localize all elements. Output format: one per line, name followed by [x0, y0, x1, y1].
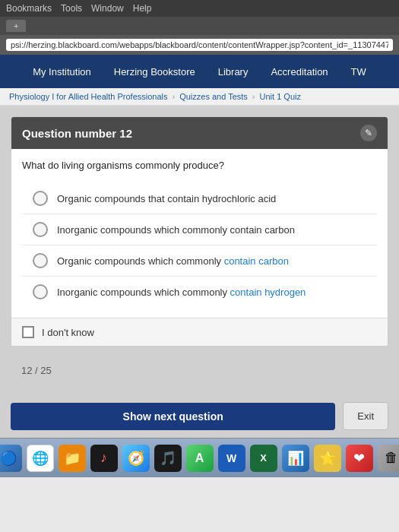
dock-item-blue[interactable]: 📊: [282, 445, 309, 472]
exit-button[interactable]: Exit: [343, 402, 388, 430]
answer-text-d: Inorganic compounds which commonly conta…: [57, 287, 306, 298]
nav-herzing-bookstore[interactable]: Herzing Bookstore: [114, 66, 195, 78]
answer-text-c: Organic compounds which commonly contain…: [57, 255, 289, 267]
dock-item-yellow[interactable]: ⭐: [314, 445, 341, 472]
dock-trash[interactable]: 🗑: [378, 445, 400, 472]
dock-safari[interactable]: 🧭: [122, 445, 150, 472]
dock-item-4[interactable]: ♪: [90, 445, 118, 472]
dont-know-label: I don't know: [42, 327, 94, 338]
radio-b[interactable]: [33, 222, 48, 237]
new-tab[interactable]: +: [6, 20, 26, 32]
menu-bookmarks[interactable]: Bookmarks: [6, 3, 52, 14]
answer-option-c[interactable]: Organic compounds which commonly contain…: [22, 245, 377, 277]
dock-word[interactable]: W: [218, 445, 245, 472]
breadcrumb: Physiology I for Allied Health Professio…: [0, 88, 399, 106]
dock-item-3[interactable]: 📁: [59, 445, 86, 472]
radio-a[interactable]: [33, 191, 48, 206]
question-card: Question number 12 ✎ What do living orga…: [11, 116, 388, 347]
answer-option-d[interactable]: Inorganic compounds which commonly conta…: [22, 277, 377, 307]
dont-know-option[interactable]: I don't know: [11, 318, 388, 346]
answer-text-b: Inorganic compounds which commonly conta…: [57, 224, 295, 236]
answer-option-a[interactable]: Organic compounds that contain hydrochlo…: [22, 183, 377, 214]
dont-know-checkbox[interactable]: [22, 326, 34, 338]
dock-excel[interactable]: X: [250, 445, 277, 472]
edit-icon[interactable]: ✎: [360, 125, 377, 141]
menu-window[interactable]: Window: [91, 3, 124, 14]
progress-text: 12 / 25: [11, 357, 388, 384]
bottom-bar: Show next question Exit: [0, 394, 399, 438]
nav-accreditation[interactable]: Accreditation: [271, 66, 328, 78]
highlight-c: contain carbon: [224, 255, 289, 267]
nav-bar: My Institution Herzing Bookstore Library…: [0, 55, 399, 88]
question-number: Question number 12: [22, 127, 132, 140]
breadcrumb-quizzes[interactable]: Quizzes and Tests: [179, 92, 248, 101]
breadcrumb-unit-quiz[interactable]: Unit 1 Quiz: [260, 92, 301, 101]
nav-tw[interactable]: TW: [351, 66, 366, 78]
dock-finder[interactable]: 🔵: [0, 445, 22, 472]
answer-text-a: Organic compounds that contain hydrochlo…: [57, 193, 276, 204]
url-input[interactable]: [6, 39, 393, 51]
breadcrumb-course[interactable]: Physiology I for Allied Health Professio…: [9, 92, 168, 101]
radio-d[interactable]: [33, 284, 48, 299]
radio-c[interactable]: [33, 253, 48, 268]
dock-item-a[interactable]: A: [186, 445, 214, 472]
plus-icon: +: [14, 21, 18, 30]
menu-tools[interactable]: Tools: [61, 3, 82, 14]
main-content: Question number 12 ✎ What do living orga…: [0, 106, 399, 394]
question-text: What do living organisms commonly produc…: [22, 160, 377, 171]
dock-item-red[interactable]: ❤: [346, 445, 373, 472]
highlight-d: contain hydrogen: [230, 287, 306, 298]
nav-my-institution[interactable]: My Institution: [33, 66, 91, 78]
question-header: Question number 12 ✎: [11, 117, 388, 149]
breadcrumb-sep-1: ›: [173, 92, 176, 101]
menu-help[interactable]: Help: [133, 3, 152, 14]
dock: 🔵 🌐 📁 ♪ 🧭 🎵 A W X 📊 ⭐ ❤ 🗑: [0, 438, 399, 477]
dock-item-2[interactable]: 🌐: [27, 445, 54, 472]
breadcrumb-sep-2: ›: [252, 92, 255, 101]
show-next-button[interactable]: Show next question: [11, 403, 335, 430]
menu-bar: Bookmarks Tools Window Help: [0, 0, 399, 17]
url-bar: [0, 35, 399, 55]
dock-item-6[interactable]: 🎵: [154, 445, 182, 472]
question-body: What do living organisms commonly produc…: [11, 149, 388, 318]
tab-bar: +: [0, 17, 399, 35]
nav-library[interactable]: Library: [218, 66, 249, 78]
answer-option-b[interactable]: Inorganic compounds which commonly conta…: [22, 214, 377, 245]
